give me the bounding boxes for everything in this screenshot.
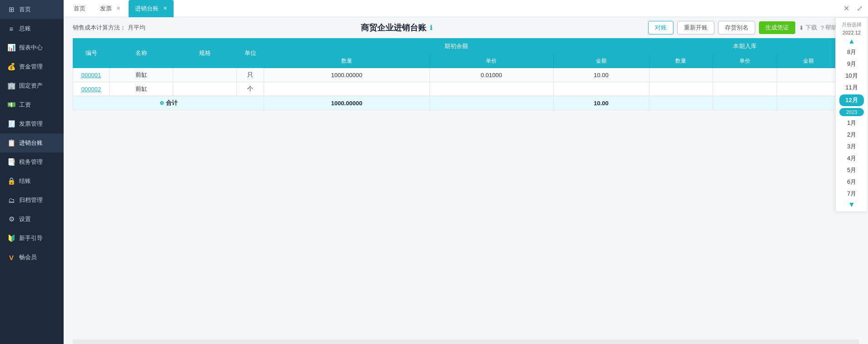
table-header-main: 编号 名称 规格 单位 期初余额 本期入库 数 — [73, 39, 859, 54]
guide-icon: 🔰 — [7, 234, 15, 242]
settings-icon: ⚙ — [7, 215, 15, 223]
col-header-spec: 规格 — [173, 39, 237, 68]
month-10[interactable]: 10月 — [836, 70, 868, 82]
total-qi-amount: 10.00 — [553, 96, 649, 110]
sidebar-item-label: 资金管理 — [19, 63, 43, 71]
sidebar-item-label: 首页 — [19, 5, 31, 14]
month-panel-title: 月份选择 — [842, 20, 862, 29]
ledger-icon: ≡ — [7, 25, 15, 33]
info-bar: 销售成本计算方法： 月平均 商贸企业进销台账 ℹ 对账 重新开账 存货别名 生成… — [64, 17, 868, 38]
sidebar: ⊞ 首页 ≡ 总账 📊 报表中心 💰 资金管理 🏢 固定资产 💵 工资 🧾 发票… — [0, 0, 64, 344]
tab-stockledger[interactable]: 进销台账 ✕ — [129, 0, 174, 17]
month-2023-7[interactable]: 7月 — [836, 188, 868, 200]
stockledger-icon: 📋 — [7, 139, 15, 147]
reports-icon: 📊 — [7, 44, 15, 52]
sidebar-item-closing[interactable]: 🔒 结账 — [0, 172, 64, 191]
month-2023-5[interactable]: 5月 — [836, 164, 868, 176]
table-row[interactable]: 000002 前缸 个 — [73, 82, 859, 96]
month-nav-down[interactable]: ▼ — [836, 200, 868, 210]
cost-method-value: 月平均 — [128, 24, 145, 31]
sidebar-item-assets[interactable]: 🏢 固定资产 — [0, 76, 64, 95]
month-panel: 月份选择 2022.12 ▲ 8月 9月 10月 11月 12月 2023 1月… — [835, 17, 868, 212]
window-maximize-button[interactable]: ⤢ — [855, 2, 864, 15]
month-9[interactable]: 9月 — [836, 58, 868, 70]
cell-qi-qty: 1000.00000 — [264, 68, 430, 82]
cell-name: 前缸 — [110, 82, 173, 96]
sub-col-qi-price: 单价 — [429, 54, 553, 68]
main-area: 首页 发票 ✕ 进销台账 ✕ ✕ ⤢ 销售成本计算方法： 月平均 商贸企业进销台… — [64, 0, 868, 344]
sidebar-item-archive[interactable]: 🗂 归档管理 — [0, 191, 64, 210]
table-row[interactable]: 000001 前缸 只 1000.00000 0.01000 10.00 — [73, 68, 859, 82]
month-2023-2[interactable]: 2月 — [836, 129, 868, 141]
cell-spec — [173, 68, 237, 82]
cell-qi-price: 0.01000 — [429, 68, 553, 82]
cell-in-price — [713, 82, 777, 96]
month-panel-year-2022: 2022.12 — [843, 29, 861, 36]
tab-stockledger-close[interactable]: ✕ — [163, 5, 167, 11]
month-2023-6[interactable]: 6月 — [836, 176, 868, 188]
month-11[interactable]: 11月 — [836, 82, 868, 93]
sub-col-qi-qty: 数量 — [264, 54, 430, 68]
cell-unit: 个 — [237, 82, 264, 96]
match-button[interactable]: 对账 — [648, 21, 673, 34]
reopen-button[interactable]: 重新开账 — [677, 21, 714, 34]
sidebar-item-stockledger[interactable]: 📋 进销台账 — [0, 133, 64, 152]
cell-in-amount — [777, 68, 840, 82]
bottom-scrollbar[interactable] — [73, 339, 859, 344]
assets-icon: 🏢 — [7, 82, 15, 90]
cell-qi-amount: 10.00 — [553, 68, 649, 82]
page-title-text: 商贸企业进销台账 — [361, 22, 426, 33]
sidebar-item-label: 固定资产 — [19, 82, 43, 90]
sidebar-item-ledger[interactable]: ≡ 总账 — [0, 19, 64, 38]
sidebar-item-tax[interactable]: 📑 税务管理 — [0, 152, 64, 172]
sidebar-item-settings[interactable]: ⚙ 设置 — [0, 210, 64, 229]
sidebar-item-guide[interactable]: 🔰 新手引导 — [0, 229, 64, 248]
download-icon: ⬇ — [799, 25, 804, 31]
sidebar-item-label: 总账 — [19, 25, 31, 33]
year-2023-badge: 2023 — [839, 108, 864, 116]
save-alias-button[interactable]: 存货别名 — [718, 21, 755, 34]
table-wrapper: 编号 名称 规格 单位 期初余额 本期入库 数 数量 单价 金额 数量 单价 — [64, 38, 868, 339]
tab-home[interactable]: 首页 — [67, 0, 92, 17]
cell-spec — [173, 82, 237, 96]
help-icon: ? — [821, 25, 824, 31]
sidebar-item-home[interactable]: ⊞ 首页 — [0, 0, 64, 19]
cell-id: 000002 — [73, 82, 110, 96]
sidebar-item-vip[interactable]: V 畅会员 — [0, 248, 64, 267]
cell-id: 000001 — [73, 68, 110, 82]
sidebar-item-reports[interactable]: 📊 报表中心 — [0, 38, 64, 57]
table-body: 000001 前缸 只 1000.00000 0.01000 10.00 000… — [73, 68, 859, 110]
sidebar-item-label: 畅会员 — [19, 253, 37, 261]
main-table: 编号 名称 规格 单位 期初余额 本期入库 数 数量 单价 金额 数量 单价 — [73, 38, 859, 110]
info-icon[interactable]: ℹ — [430, 24, 432, 31]
sidebar-item-label: 税务管理 — [19, 158, 43, 166]
cell-qi-qty — [264, 82, 430, 96]
total-in-amount — [777, 96, 840, 110]
tab-home-label: 首页 — [74, 5, 85, 13]
total-row: ⊕合计 1000.00000 10.00 — [73, 96, 859, 110]
total-in-price — [713, 96, 777, 110]
month-12[interactable]: 12月 — [839, 94, 864, 106]
sub-col-in-price: 单价 — [713, 54, 777, 68]
sidebar-item-salary[interactable]: 💵 工资 — [0, 95, 64, 114]
download-button[interactable]: ⬇ 下载 — [799, 24, 817, 32]
tab-bar-left: 首页 发票 ✕ 进销台账 ✕ — [67, 0, 174, 17]
generate-voucher-button[interactable]: 生成凭证 — [759, 21, 795, 34]
sidebar-item-label: 设置 — [19, 215, 31, 223]
month-nav-up[interactable]: ▲ — [836, 36, 868, 46]
window-close-button[interactable]: ✕ — [842, 2, 851, 15]
tab-invoice[interactable]: 发票 ✕ — [94, 0, 127, 17]
page-title: 商贸企业进销台账 ℹ — [361, 22, 432, 33]
sidebar-item-funds[interactable]: 💰 资金管理 — [0, 57, 64, 76]
help-button[interactable]: ? 帮助 — [821, 24, 837, 32]
month-2023-1[interactable]: 1月 — [836, 117, 868, 129]
month-8[interactable]: 8月 — [836, 46, 868, 58]
cell-unit: 只 — [237, 68, 264, 82]
total-in-qty — [649, 96, 713, 110]
sidebar-item-invoice-mgmt[interactable]: 🧾 发票管理 — [0, 114, 64, 133]
month-2023-4[interactable]: 4月 — [836, 152, 868, 164]
tab-bar-right: ✕ ⤢ — [842, 2, 864, 15]
tab-invoice-close[interactable]: ✕ — [116, 5, 120, 11]
month-2023-3[interactable]: 3月 — [836, 141, 868, 152]
tax-icon: 📑 — [7, 158, 15, 166]
